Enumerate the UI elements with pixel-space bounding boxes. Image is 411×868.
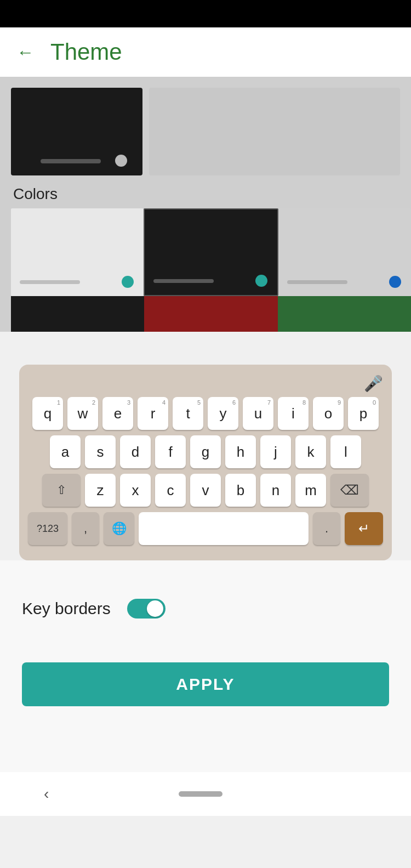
key-s[interactable]: s <box>85 435 116 468</box>
key-u[interactable]: u7 <box>243 397 273 430</box>
app-header: ← Theme <box>0 27 411 77</box>
keyboard-row-2: a s d f g h j k l <box>28 435 383 468</box>
key-comma[interactable]: , <box>72 512 99 545</box>
colors-label: Colors <box>11 175 400 208</box>
key-c[interactable]: c <box>155 474 186 507</box>
key-t[interactable]: t5 <box>173 397 203 430</box>
bottom-section: Key borders <box>0 560 411 635</box>
key-q[interactable]: q1 <box>32 397 63 430</box>
key-period[interactable]: . <box>313 512 340 545</box>
keyboard-mic-row: 🎤 <box>28 375 383 393</box>
keyboard-row-1: q1 w2 e3 r4 t5 y6 u7 i8 o9 p0 <box>28 397 383 430</box>
key-l[interactable]: l <box>330 435 361 468</box>
keyboard-row-3: ⇧ z x c v b n m ⌫ <box>28 474 383 507</box>
key-f[interactable]: f <box>155 435 186 468</box>
key-x[interactable]: x <box>120 474 151 507</box>
toggle-knob <box>147 600 163 617</box>
key-y[interactable]: y6 <box>208 397 238 430</box>
key-o[interactable]: o9 <box>313 397 344 430</box>
theme-section: Colors <box>0 77 411 332</box>
key-z[interactable]: z <box>85 474 116 507</box>
key-borders-row: Key borders <box>22 582 389 635</box>
section-divider <box>0 332 411 365</box>
color-card-2[interactable] <box>144 208 278 296</box>
bottom-gap <box>0 728 411 772</box>
key-h[interactable]: h <box>225 435 256 468</box>
color-bar-3 <box>287 280 347 284</box>
nav-bar: ‹ <box>0 772 411 816</box>
color-card-1[interactable] <box>11 208 144 296</box>
key-backspace[interactable]: ⌫ <box>330 474 369 507</box>
color-dot-3 <box>389 276 401 288</box>
key-g[interactable]: g <box>190 435 221 468</box>
apply-button[interactable]: APPLY <box>22 662 389 706</box>
color-dot-1 <box>122 276 134 288</box>
key-space[interactable] <box>139 512 309 545</box>
key-r[interactable]: r4 <box>138 397 168 430</box>
key-shift[interactable]: ⇧ <box>42 474 81 507</box>
key-borders-label: Key borders <box>22 599 111 618</box>
key-a[interactable]: a <box>50 435 81 468</box>
swatch-black[interactable] <box>11 296 144 332</box>
nav-home-pill[interactable] <box>179 791 222 797</box>
theme-card-light[interactable] <box>149 88 400 175</box>
color-bar-2 <box>153 279 214 283</box>
thumb-dot <box>115 155 127 167</box>
color-dot-2 <box>255 275 267 287</box>
key-enter[interactable]: ↵ <box>345 512 383 545</box>
key-numbers[interactable]: ?123 <box>28 512 67 545</box>
key-n[interactable]: n <box>260 474 291 507</box>
mic-icon[interactable]: 🎤 <box>364 375 383 393</box>
swatch-red[interactable] <box>144 296 277 332</box>
key-d[interactable]: d <box>120 435 151 468</box>
swatch-row <box>11 296 411 332</box>
key-e[interactable]: e3 <box>102 397 133 430</box>
keyboard-row-4: ?123 , 🌐 . ↵ <box>28 512 383 545</box>
color-bar-1 <box>20 280 80 284</box>
key-k[interactable]: k <box>295 435 326 468</box>
key-b[interactable]: b <box>225 474 256 507</box>
key-j[interactable]: j <box>260 435 291 468</box>
key-globe[interactable]: 🌐 <box>104 512 134 545</box>
color-card-3[interactable] <box>278 208 411 296</box>
status-bar <box>0 0 411 27</box>
keyboard-container: 🎤 q1 w2 e3 r4 t5 y6 u7 i8 o9 p0 a s d f … <box>19 365 392 560</box>
colors-grid <box>11 208 411 296</box>
key-m[interactable]: m <box>295 474 326 507</box>
apply-section: APPLY <box>0 635 411 728</box>
theme-card-dark[interactable] <box>11 88 142 175</box>
thumb-bar <box>41 159 101 163</box>
key-p[interactable]: p0 <box>348 397 379 430</box>
page-title: Theme <box>50 39 122 65</box>
key-v[interactable]: v <box>190 474 221 507</box>
theme-row-1 <box>11 88 400 175</box>
nav-back-icon[interactable]: ‹ <box>44 785 49 803</box>
back-button[interactable]: ← <box>16 42 34 63</box>
key-w[interactable]: w2 <box>67 397 98 430</box>
swatch-green[interactable] <box>278 296 411 332</box>
key-borders-toggle[interactable] <box>127 599 165 619</box>
key-i[interactable]: i8 <box>278 397 309 430</box>
